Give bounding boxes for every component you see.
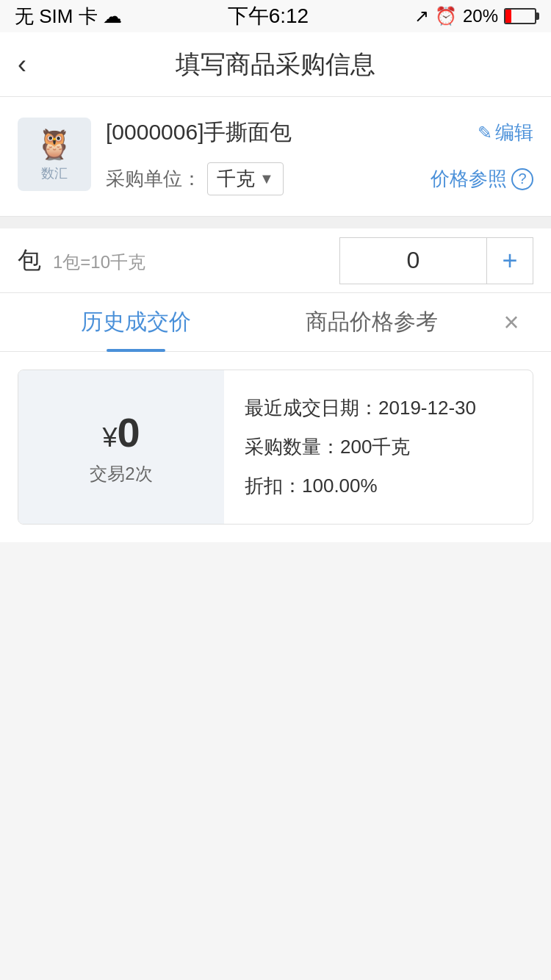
discount-value: 100.00%: [302, 475, 378, 497]
trade-count: 交易2次: [90, 462, 152, 486]
recent-date-value: 2019-12-30: [378, 397, 476, 419]
sim-status: 无 SIM 卡 ☁: [15, 4, 122, 29]
product-header: [0000006]手撕面包 ✎ 编辑: [106, 118, 533, 148]
purchase-qty-row: 采购数量：200千克: [245, 433, 512, 461]
tab-history-price[interactable]: 历史成交价: [18, 293, 253, 352]
unit-value: 千克: [217, 166, 255, 192]
history-price-value: ¥0: [102, 408, 140, 456]
product-code: [0000006]: [106, 120, 204, 144]
history-card: ¥0 交易2次 最近成交日期：2019-12-30 采购数量：200千克 折扣：…: [18, 370, 533, 525]
product-title: 手撕面包: [204, 120, 292, 144]
history-detail-panel: 最近成交日期：2019-12-30 采购数量：200千克 折扣：100.00%: [224, 370, 533, 524]
status-right: ↗ ⏰ 20%: [414, 6, 536, 26]
price-ref-help-icon: ?: [511, 168, 533, 190]
page-title: 填写商品采购信息: [176, 48, 375, 82]
recent-date-label: 最近成交日期：: [245, 397, 378, 419]
section-divider: [0, 217, 551, 228]
unit-select[interactable]: 千克 ▼: [207, 162, 284, 195]
tab-price-ref-label: 商品价格参考: [306, 307, 438, 337]
purchase-qty-value: 200千克: [340, 436, 410, 458]
discount-label: 折扣：: [245, 475, 302, 497]
history-section: ¥0 交易2次 最近成交日期：2019-12-30 采购数量：200千克 折扣：…: [0, 352, 551, 542]
quantity-conversion: 1包=10千克: [53, 251, 145, 274]
history-price-panel: ¥0 交易2次: [18, 370, 224, 524]
status-time: 下午6:12: [228, 2, 309, 30]
quantity-row: 包 1包=10千克 +: [0, 228, 551, 293]
content-area: [0, 542, 551, 980]
battery-percent: 20%: [463, 6, 498, 26]
alarm-icon: ⏰: [435, 6, 457, 26]
edit-button[interactable]: ✎ 编辑: [478, 120, 533, 145]
discount-row: 折扣：100.00%: [245, 472, 512, 500]
product-card: 🦉 数汇 [0000006]手撕面包 ✎ 编辑 采购单位： 千克 ▼ 价格参照: [0, 97, 551, 217]
currency-symbol: ¥: [102, 422, 117, 453]
product-image: 🦉 数汇: [18, 118, 91, 191]
back-button[interactable]: ‹: [18, 49, 26, 80]
price-number: 0: [117, 409, 140, 455]
edit-icon: ✎: [478, 123, 492, 143]
tab-bar: 历史成交价 商品价格参考 ×: [0, 293, 551, 352]
product-name: [0000006]手撕面包: [106, 118, 292, 148]
tab-history-label: 历史成交价: [81, 307, 191, 337]
quantity-input[interactable]: [339, 237, 486, 284]
tab-close-button[interactable]: ×: [489, 300, 533, 345]
location-icon: ↗: [414, 6, 429, 26]
product-info: [0000006]手撕面包 ✎ 编辑 采购单位： 千克 ▼ 价格参照 ?: [106, 118, 533, 195]
product-logo-icon: 🦉: [36, 127, 73, 162]
unit-dropdown-icon: ▼: [259, 170, 274, 187]
nav-bar: ‹ 填写商品采购信息: [0, 32, 551, 97]
purchase-qty-label: 采购数量：: [245, 436, 340, 458]
quantity-control: +: [339, 237, 533, 284]
tab-product-price-ref[interactable]: 商品价格参考: [253, 293, 489, 352]
status-left: 无 SIM 卡 ☁: [15, 4, 122, 29]
unit-label: 采购单位：: [106, 166, 201, 192]
product-unit-row: 采购单位： 千克 ▼ 价格参照 ?: [106, 162, 533, 195]
price-ref-label: 价格参照: [431, 166, 507, 192]
edit-label: 编辑: [495, 120, 533, 145]
quantity-label-group: 包 1包=10千克: [18, 245, 145, 277]
status-bar: 无 SIM 卡 ☁ 下午6:12 ↗ ⏰ 20%: [0, 0, 551, 32]
battery-icon: [504, 8, 536, 24]
price-reference-button[interactable]: 价格参照 ?: [431, 166, 533, 192]
quantity-unit: 包: [18, 245, 41, 277]
quantity-plus-button[interactable]: +: [486, 237, 533, 284]
recent-date-row: 最近成交日期：2019-12-30: [245, 394, 512, 422]
product-logo-text: 数汇: [41, 165, 68, 182]
